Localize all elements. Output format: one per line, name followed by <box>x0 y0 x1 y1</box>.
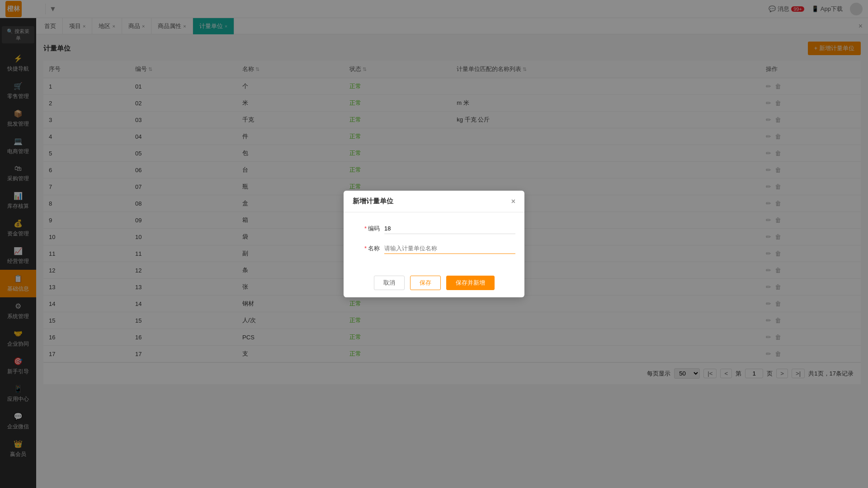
modal-header: 新增计量单位 × <box>344 191 524 212</box>
required-mark: * <box>364 225 367 232</box>
modal-close-button[interactable]: × <box>511 197 515 206</box>
form-name-label: *名称 <box>353 244 380 253</box>
modal-body: *编码 *名称 <box>344 212 524 270</box>
required-mark-2: * <box>364 245 367 252</box>
modal-footer: 取消 保存 保存并新增 <box>344 270 524 297</box>
save-button[interactable]: 保存 <box>410 276 441 290</box>
cancel-button[interactable]: 取消 <box>374 276 405 290</box>
modal-overlay[interactable]: 新增计量单位 × *编码 *名称 取消 保存 保存并新增 <box>0 0 868 488</box>
modal-title: 新增计量单位 <box>353 197 393 206</box>
add-unit-modal: 新增计量单位 × *编码 *名称 取消 保存 保存并新增 <box>344 191 524 297</box>
form-row-code: *编码 <box>353 223 515 234</box>
form-code-label: *编码 <box>353 225 380 233</box>
form-row-name: *名称 <box>353 243 515 254</box>
code-input[interactable] <box>384 223 515 234</box>
save-new-button[interactable]: 保存并新增 <box>446 276 495 290</box>
name-input[interactable] <box>384 243 515 254</box>
